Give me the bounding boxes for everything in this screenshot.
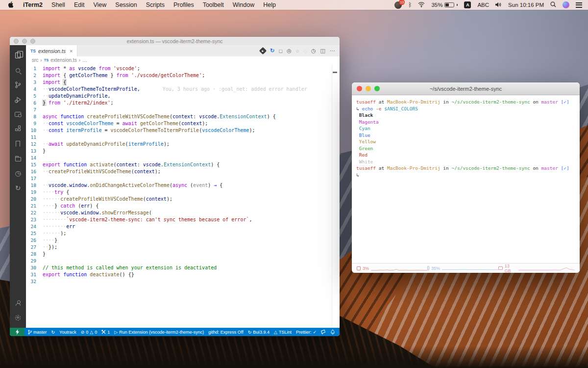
warnings-count: 0 (95, 330, 97, 335)
accounts-icon[interactable] (10, 295, 26, 310)
errors-icon: ⊘ (81, 330, 85, 335)
code-line: 8async function createProfileWithVSCodeT… (26, 113, 340, 120)
timer-icon[interactable]: ◷ (10, 166, 26, 181)
building-label: Building... (253, 330, 260, 335)
activity-bar: ◷ ↻ (10, 45, 26, 328)
sync-file-icon[interactable]: ↻ (270, 48, 274, 54)
memory-sparkline (442, 265, 498, 271)
menu-item-view[interactable]: View (93, 1, 106, 8)
code-line: 5··updateDynamicProfile, (26, 93, 340, 100)
menu-item-toolbelt[interactable]: Toolbelt (203, 1, 224, 8)
tslint-label: TSLint (279, 330, 292, 335)
search-icon[interactable] (10, 63, 26, 78)
battery-indicator[interactable]: 35% (431, 2, 458, 8)
remote-explorer-icon[interactable] (10, 107, 26, 122)
code-line: 1import * as vscode from 'vscode'; (26, 65, 340, 72)
menu-item-help[interactable]: Help (263, 1, 276, 8)
sync-changes-button[interactable]: ↻ (51, 330, 55, 335)
menu-app-name[interactable]: iTerm2 (23, 1, 43, 8)
vscode-titlebar[interactable]: extension.ts — vscode-iterm2-theme-sync (10, 37, 340, 45)
extensions-icon[interactable] (10, 122, 26, 136)
code-line: 12··await updateDynamicProfile(itermProf… (26, 141, 340, 148)
building-indicator[interactable]: ↻ Building... (248, 330, 260, 335)
timeline-icon[interactable]: ◷ (311, 48, 316, 54)
overview-ruler-marker (333, 72, 337, 73)
apple-menu-icon[interactable] (8, 1, 14, 9)
tslint-indicator[interactable]: △ TSLint (274, 330, 292, 335)
goto-prev-change-icon[interactable]: ◎ (287, 48, 292, 54)
tab-label: extension.ts (38, 48, 66, 54)
run-extension-button[interactable]: ▷ Run Extension (vscode-iterm2-theme-syn… (114, 330, 204, 335)
code-line: 9··const vscodeColorTheme = await getCol… (26, 120, 340, 127)
iterm-titlebar[interactable]: ~/s/vscode-iterm2-theme-sync (352, 82, 580, 95)
notification-center-icon[interactable] (576, 2, 582, 8)
vscode-window-title: extension.ts — vscode-iterm2-theme-sync (10, 38, 340, 44)
memory-percent: 35% (431, 266, 440, 271)
run-file-button[interactable] (259, 47, 267, 55)
breadcrumb-file[interactable]: extension.ts (50, 57, 76, 63)
battery-icon (444, 2, 454, 7)
spotlight-icon[interactable] (550, 1, 556, 8)
terminal-line: tusaeff at MacBook-Pro-Dmitrij in ~/s/vs… (356, 165, 575, 172)
prettier-indicator[interactable]: Prettier: ✓ (296, 330, 317, 335)
line-number: 15 (26, 161, 43, 168)
breadcrumb-file-icon: TS (44, 58, 49, 62)
code-editor[interactable]: 1import * as vscode from 'vscode';2impor… (26, 64, 340, 328)
input-source-icon[interactable]: A (464, 1, 471, 8)
notifications-bell-icon[interactable] (330, 329, 335, 335)
breadcrumb-symbol[interactable]: … (82, 57, 87, 63)
menu-item-window[interactable]: Window (233, 1, 254, 8)
memory-icon (427, 266, 429, 270)
more-actions-icon[interactable]: ⋯ (330, 48, 335, 54)
line-number: 18 (26, 182, 43, 189)
tab-close-icon[interactable]: × (70, 48, 73, 54)
feedback-icon[interactable] (321, 330, 326, 335)
wallpaper-bottom-shade (0, 346, 588, 368)
project-manager-icon[interactable] (10, 151, 26, 166)
youtrack-item[interactable]: Youtrack (59, 330, 76, 335)
menu-extra-app-icon[interactable]: 13 (394, 1, 402, 9)
iterm-status-bar: 3% 35% 13 GB (352, 263, 580, 273)
menu-item-shell[interactable]: Shell (51, 1, 65, 8)
bookmarks-icon[interactable] (10, 136, 26, 151)
input-source-label[interactable]: ABC (477, 2, 489, 8)
settings-gear-icon[interactable] (10, 310, 26, 325)
siri-icon[interactable] (563, 1, 569, 8)
menu-item-edit[interactable]: Edit (74, 1, 85, 8)
typescript-version[interactable]: 3.9.4 (260, 330, 270, 335)
test-explorer-icon[interactable]: ↻ (10, 181, 26, 195)
breadcrumb[interactable]: src › TS extension.ts › … (26, 56, 340, 64)
terminal-line: tusaeff at MacBook-Pro-Dmitrij in ~/s/vs… (356, 99, 575, 105)
menu-item-scripts[interactable]: Scripts (146, 1, 165, 8)
remote-indicator[interactable] (10, 328, 24, 336)
volume-icon[interactable] (495, 2, 502, 8)
run-extension-label: Run Extension (vscode-iterm2-theme-sync) (119, 330, 204, 335)
code-line: 32 (26, 278, 340, 285)
line-number: 29 (26, 258, 43, 264)
githd-item[interactable]: githd: Express Off (208, 330, 243, 335)
wifi-icon[interactable] (418, 2, 425, 8)
tools-indicator[interactable]: 1 (101, 330, 110, 335)
code-line: 28} (26, 251, 340, 258)
menu-clock[interactable]: Sun 10:16 PM (508, 2, 544, 8)
terminal-content[interactable]: tusaeff at MacBook-Pro-Dmitrij in ~/s/vs… (352, 95, 580, 263)
line-number: 4 (26, 86, 43, 93)
code-line: 26····} (26, 237, 340, 244)
split-editor-icon[interactable]: ◫ (320, 48, 325, 54)
git-branch-indicator[interactable]: master (28, 330, 47, 335)
line-number: 5 (26, 93, 43, 100)
explorer-icon[interactable] (10, 48, 26, 63)
errors-count: 0 (86, 330, 88, 335)
bluetooth-icon[interactable]: ᛒ (408, 1, 412, 8)
problems-indicator[interactable]: ⊘0 △0 (81, 330, 98, 335)
next-change-icon[interactable]: ◌ (303, 48, 307, 54)
tab-extension-ts[interactable]: TS extension.ts × (26, 45, 77, 56)
prev-change-icon[interactable]: ○ (296, 48, 299, 54)
menu-item-session[interactable]: Session (115, 1, 137, 8)
source-control-icon[interactable] (10, 78, 26, 92)
menu-item-profiles[interactable]: Profiles (173, 1, 194, 8)
open-changes-icon[interactable]: □ (279, 48, 283, 54)
terminal-line: Green (356, 145, 575, 152)
run-debug-icon[interactable] (10, 92, 26, 107)
breadcrumb-folder[interactable]: src (32, 57, 38, 63)
